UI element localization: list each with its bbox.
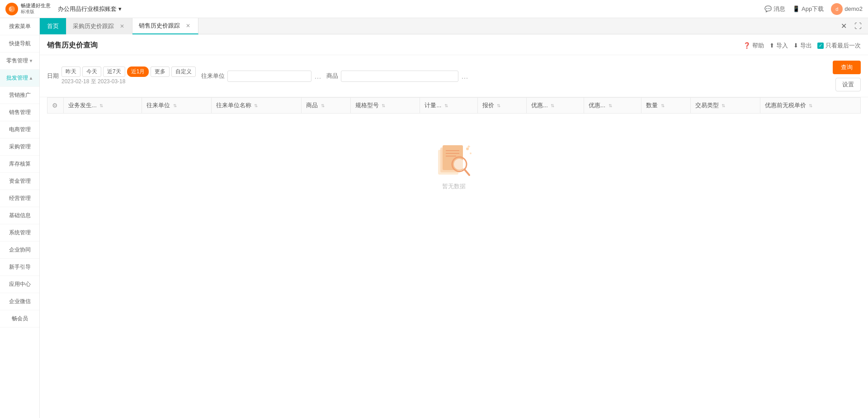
sort-icon-partner-code: ⇅ [173,103,177,108]
home-tab-label: 首页 [47,22,59,30]
sidebar-item-apps[interactable]: 应用中心 [0,276,39,293]
guide-label: 新手引导 [9,263,31,271]
col-partner-code[interactable]: 往来单位 ⇅ [142,98,211,114]
partner-filter-group: 往来单位 ... [201,71,321,82]
message-label: 消息 [774,5,785,13]
purchase-history-tab-label: 采购历史价跟踪 [73,22,114,30]
sidebar-item-wechat[interactable]: 企业微信 [0,293,39,310]
basic-info-label: 基础信息 [9,212,31,219]
col-discount1[interactable]: 优惠... ⇅ [526,98,584,114]
date-btn-1month[interactable]: 近1月 [127,66,149,77]
date-btn-today[interactable]: 今天 [82,66,101,77]
col-discount2[interactable]: 优惠... ⇅ [584,98,642,114]
app-selector[interactable]: 办公用品行业模拟账套 ▾ [54,3,125,15]
sidebar-item-sales[interactable]: 销售管理 [0,104,39,121]
app-download-label: App下载 [802,5,824,13]
col-goods[interactable]: 商品 ⇅ [302,98,350,114]
operations-label: 经营管理 [9,195,31,202]
tab-fullscreen-button[interactable]: ⛶ [852,20,864,33]
sidebar-item-inventory[interactable]: 库存核算 [0,156,39,173]
sidebar-item-system[interactable]: 系统管理 [0,224,39,242]
sort-icon-spec: ⇅ [382,103,385,108]
col-partner-name[interactable]: 往来单位名称 ⇅ [211,98,302,114]
col-biz-date[interactable]: 业务发生... ⇅ [64,98,142,114]
svg-line-10 [464,169,469,175]
sidebar-item-purchase[interactable]: 采购管理 [0,138,39,156]
sales-label: 销售管理 [9,109,31,116]
help-button[interactable]: ❓ 帮助 [743,42,764,50]
sidebar-item-retail[interactable]: 零售管理 ▼ [0,52,39,70]
quick-nav-label: 快捷导航 [9,40,31,48]
user-profile[interactable]: d demo2 [831,3,863,15]
export-label: 导出 [800,42,812,50]
export-icon: ⬇ [793,42,798,49]
tab-close-button[interactable]: ✕ [837,20,850,33]
sidebar-item-basic-info[interactable]: 基础信息 [0,207,39,224]
topbar-right: 💬 消息 📱 App下载 d demo2 [764,3,863,15]
topbar: 6 畅捷通好生意 标准版 办公用品行业模拟账套 ▾ 💬 消息 📱 App下载 d… [0,0,868,18]
sidebar-item-ecommerce[interactable]: 电商管理 [0,121,39,138]
retail-arrow: ▼ [29,58,33,63]
app-download-button[interactable]: 📱 App下载 [793,5,824,13]
partner-input[interactable] [227,71,311,82]
sidebar-item-finance[interactable]: 资金管理 [0,173,39,190]
col-quote[interactable]: 报价 ⇅ [477,98,526,114]
only-last-label: 只看最后一次 [826,42,861,50]
message-button[interactable]: 💬 消息 [764,5,785,13]
sidebar: 搜索菜单 快捷导航 零售管理 ▼ 批发管理 ▲ 营销推广 销售管理 电商管理 采… [0,18,40,418]
sort-icon-quantity: ⇅ [661,103,665,108]
goods-dots[interactable]: ... [461,71,468,81]
finance-label: 资金管理 [9,177,31,185]
col-no-tax-price[interactable]: 优惠前无税单价 ⇅ [760,98,860,114]
sort-icon-goods: ⇅ [321,103,325,108]
dropdown-icon: ▾ [118,5,122,12]
date-btn-custom[interactable]: 自定义 [171,66,196,77]
tab-bar: 首页 采购历史价跟踪 ✕ 销售历史价跟踪 ✕ ✕ ⛶ [40,18,868,34]
col-spec[interactable]: 规格型号 ⇅ [350,98,420,114]
export-button[interactable]: ⬇ 导出 [793,42,812,50]
sort-icon-unit: ⇅ [444,103,448,108]
filter-bar: 日期 昨天 今天 近7天 近1月 更多 自定义 2023-02-18 至 202… [40,55,868,97]
logo-title: 畅捷通好生意 [21,3,51,9]
date-btn-yesterday[interactable]: 昨天 [61,66,80,77]
settings-button[interactable]: 设置 [835,78,861,91]
goods-filter-group: 商品 ... [326,71,468,82]
sidebar-item-guide[interactable]: 新手引导 [0,259,39,276]
only-last-checkbox[interactable]: 只看最后一次 [817,42,861,50]
sort-icon-trade-type: ⇅ [722,103,725,108]
date-btn-more[interactable]: 更多 [151,66,170,77]
tab-purchase-history[interactable]: 采购历史价跟踪 ✕ [66,18,132,34]
col-trade-type[interactable]: 交易类型 ⇅ [690,98,760,114]
logo-area: 6 畅捷通好生意 标准版 [5,3,51,15]
page-header: 销售历史价查询 ❓ 帮助 ⬆ 导入 ⬇ 导出 [40,34,868,55]
sort-icon-no-tax-price: ⇅ [809,103,812,108]
tab-home[interactable]: 首页 [40,18,66,34]
partner-dots[interactable]: ... [314,71,321,81]
purchase-history-tab-close[interactable]: ✕ [118,23,126,30]
sidebar-item-search-menu[interactable]: 搜索菜单 [0,18,39,35]
partner-filter-label: 往来单位 [201,72,225,80]
svg-point-12 [470,152,472,154]
sidebar-item-quick-nav[interactable]: 快捷导航 [0,35,39,52]
data-table: ⚙ 业务发生... ⇅ 往来单位 ⇅ 往来单位名称 [47,97,861,114]
sidebar-item-member[interactable]: 畅会员 [0,310,39,328]
sidebar-item-marketing[interactable]: 营销推广 [0,87,39,104]
sidebar-item-operations[interactable]: 经营管理 [0,190,39,207]
sales-history-tab-close[interactable]: ✕ [184,22,192,29]
content-area: 销售历史价查询 ❓ 帮助 ⬆ 导入 ⬇ 导出 [40,34,868,418]
query-button[interactable]: 查询 [833,61,861,74]
import-button[interactable]: ⬆ 导入 [769,42,788,50]
col-quantity[interactable]: 数量 ⇅ [642,98,690,114]
page-header-actions: ❓ 帮助 ⬆ 导入 ⬇ 导出 只看最后一次 [743,42,861,50]
sidebar-item-wholesale[interactable]: 批发管理 ▲ [0,70,39,87]
date-filter-block: 昨天 今天 近7天 近1月 更多 自定义 2023-02-18 至 2023-0… [61,66,196,86]
date-filter-label: 日期 [47,72,59,80]
col-settings: ⚙ [47,98,64,114]
col-unit[interactable]: 计量... ⇅ [420,98,477,114]
date-btn-7days[interactable]: 近7天 [103,66,125,77]
sidebar-item-enterprise[interactable]: 企业协同 [0,242,39,259]
tab-sales-history[interactable]: 销售历史价跟踪 ✕ [132,18,198,34]
avatar-initial: d [835,6,838,12]
goods-input[interactable] [341,71,458,82]
table-settings-icon[interactable]: ⚙ [52,102,58,109]
